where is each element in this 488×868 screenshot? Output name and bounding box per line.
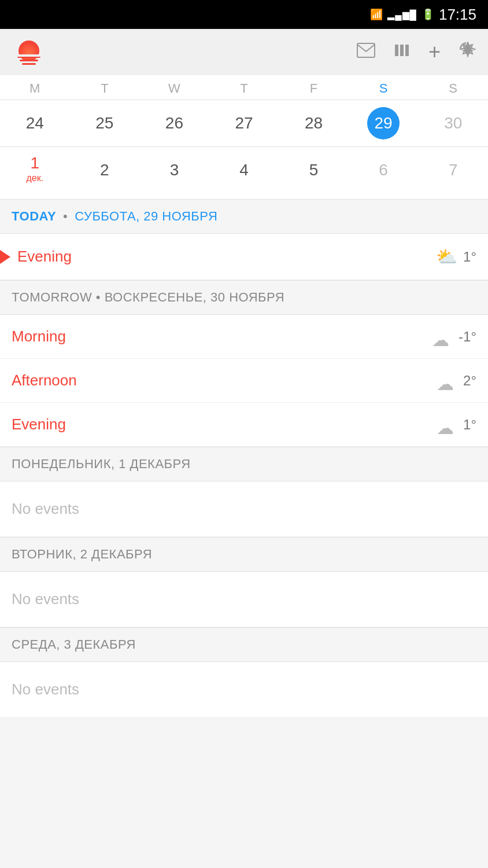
header-actions: + bbox=[357, 40, 476, 64]
battery-icon: 🔋 bbox=[422, 8, 434, 21]
event-name-morning: Morning bbox=[12, 328, 66, 345]
weather-cloud-icon-evening-tomorrow bbox=[437, 418, 457, 432]
day-dec-2[interactable]: 2 bbox=[70, 147, 140, 193]
event-name-afternoon: Afternoon bbox=[12, 372, 77, 389]
event-weather-afternoon: 2° bbox=[437, 373, 476, 389]
svg-rect-2 bbox=[20, 60, 38, 61]
day-24[interactable]: 24 bbox=[0, 100, 70, 146]
today-label: TODAY bbox=[12, 209, 56, 224]
monday-header: ПОНЕДЕЛЬНИК, 1 ДЕКАБРЯ bbox=[0, 447, 488, 481]
calendar-week-1: 24 25 26 27 28 29 30 bbox=[0, 100, 488, 146]
weekday-S2: S bbox=[418, 81, 488, 96]
wednesday-no-events: No events bbox=[0, 662, 488, 718]
event-row-evening-tomorrow[interactable]: Evening 1° bbox=[0, 403, 488, 447]
today-date: СУББОТА, 29 НОЯБРЯ bbox=[75, 209, 217, 224]
weather-temp-morning: -1° bbox=[459, 329, 476, 345]
app-header: + bbox=[0, 29, 488, 75]
mail-icon[interactable] bbox=[357, 43, 375, 62]
event-name-evening-tomorrow: Evening bbox=[12, 415, 66, 433]
event-row-evening-today[interactable]: Evening 1° bbox=[0, 234, 488, 280]
event-section: TODAY • СУББОТА, 29 НОЯБРЯ Evening 1° TO… bbox=[0, 199, 488, 718]
day-26[interactable]: 26 bbox=[139, 100, 209, 146]
svg-rect-3 bbox=[22, 63, 36, 65]
wifi-icon: 📶 bbox=[370, 8, 383, 21]
event-weather-evening-today: 1° bbox=[436, 247, 476, 267]
tomorrow-date: TOMORROW • ВОСКРЕСЕНЬЕ, 30 НОЯБРЯ bbox=[12, 290, 476, 305]
wednesday-header: СРЕДА, 3 ДЕКАБРЯ bbox=[0, 627, 488, 662]
settings-icon[interactable] bbox=[459, 42, 476, 63]
status-icons: 📶 ▂▄▆█ 🔋 17:15 bbox=[370, 6, 476, 24]
day-dec-6[interactable]: 6 bbox=[349, 147, 419, 193]
current-indicator bbox=[0, 250, 10, 264]
weekday-T2: T bbox=[209, 81, 279, 96]
event-name-evening-today: Evening bbox=[17, 248, 72, 266]
svg-rect-5 bbox=[357, 43, 375, 57]
status-time: 17:15 bbox=[439, 6, 476, 24]
monday-date: ПОНЕДЕЛЬНИК, 1 ДЕКАБРЯ bbox=[12, 457, 476, 472]
weather-temp-afternoon: 2° bbox=[463, 373, 476, 389]
tomorrow-header: TOMORROW • ВОСКРЕСЕНЬЕ, 30 НОЯБРЯ bbox=[0, 280, 488, 315]
calendar-section: M T W T F S S 24 25 26 27 28 29 30 1 дек… bbox=[0, 75, 488, 199]
weekday-F: F bbox=[279, 81, 349, 96]
weekday-M: M bbox=[0, 81, 70, 96]
weather-temp-evening-today: 1° bbox=[463, 249, 476, 265]
weekday-S1: S bbox=[349, 81, 419, 96]
tuesday-no-events: No events bbox=[0, 572, 488, 627]
day-dec-1[interactable]: 1 дек. bbox=[0, 147, 70, 193]
status-bar: 📶 ▂▄▆█ 🔋 17:15 bbox=[0, 0, 488, 29]
svg-rect-4 bbox=[12, 54, 46, 57]
weather-cloud-sun-icon bbox=[436, 247, 457, 267]
svg-rect-6 bbox=[395, 45, 398, 56]
svg-rect-8 bbox=[405, 45, 409, 56]
event-row-afternoon[interactable]: Afternoon 2° bbox=[0, 359, 488, 403]
day-30[interactable]: 30 bbox=[418, 100, 488, 146]
svg-rect-7 bbox=[400, 45, 404, 56]
day-25[interactable]: 25 bbox=[70, 100, 140, 146]
day-dec-3[interactable]: 3 bbox=[139, 147, 209, 193]
wednesday-date: СРЕДА, 3 ДЕКАБРЯ bbox=[12, 637, 476, 652]
app-logo bbox=[12, 35, 46, 69]
day-28[interactable]: 28 bbox=[279, 100, 349, 146]
svg-point-0 bbox=[19, 41, 39, 61]
day-dec-5[interactable]: 5 bbox=[279, 147, 349, 193]
weather-cloud-icon-afternoon bbox=[437, 374, 457, 388]
add-icon[interactable]: + bbox=[428, 40, 441, 64]
weather-temp-evening-tomorrow: 1° bbox=[463, 417, 476, 433]
weather-cloud-icon-morning bbox=[432, 330, 453, 344]
menu-icon[interactable] bbox=[394, 43, 410, 62]
event-weather-evening-tomorrow: 1° bbox=[437, 417, 476, 433]
day-dec-7[interactable]: 7 bbox=[418, 147, 488, 193]
monday-no-events: No events bbox=[0, 481, 488, 537]
event-row-morning[interactable]: Morning -1° bbox=[0, 315, 488, 359]
weekday-T1: T bbox=[70, 81, 140, 96]
weekday-W: W bbox=[139, 81, 209, 96]
today-header: TODAY • СУББОТА, 29 НОЯБРЯ bbox=[0, 199, 488, 234]
calendar-weekdays: M T W T F S S bbox=[0, 75, 488, 100]
calendar-week-2: 1 дек. 2 3 4 5 6 7 bbox=[0, 147, 488, 193]
tuesday-header: ВТОРНИК, 2 ДЕКАБРЯ bbox=[0, 537, 488, 572]
tuesday-date: ВТОРНИК, 2 ДЕКАБРЯ bbox=[12, 547, 476, 562]
event-weather-morning: -1° bbox=[432, 329, 476, 345]
day-dec-4[interactable]: 4 bbox=[209, 147, 279, 193]
day-29[interactable]: 29 bbox=[349, 100, 419, 146]
day-27[interactable]: 27 bbox=[209, 100, 279, 146]
today-bullet: • bbox=[63, 209, 68, 224]
signal-icon: ▂▄▆█ bbox=[387, 9, 417, 20]
